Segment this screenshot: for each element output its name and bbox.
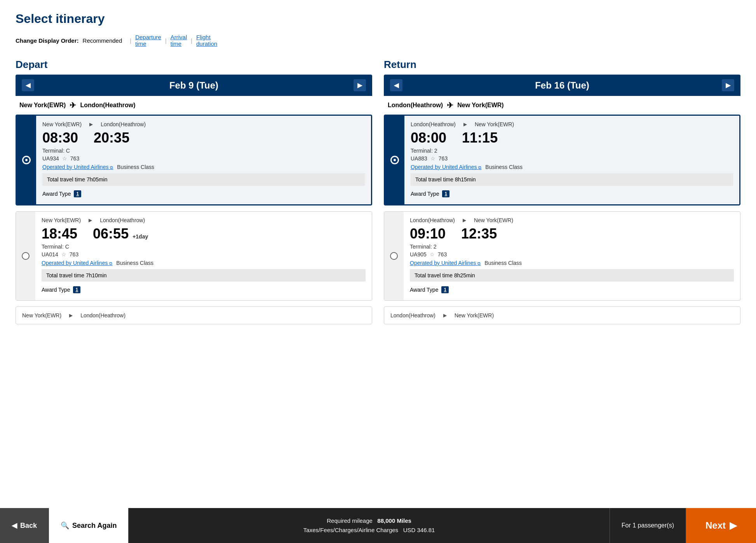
return-column: Return ◀ Feb 16 (Tue) ▶ London(Heathrow)… [384,59,740,326]
mileage-row: Required mileage 88,000 Miles [129,516,609,526]
depart-radio-col-1 [17,116,36,204]
return-section-title: Return [384,59,740,71]
depart-arrive-time-2: 06:55 +1day [93,226,148,242]
depart-operated-2: Operated by United Airlines ⧉ Business C… [42,260,366,266]
depart-award-2: Award Type 1 [42,285,366,295]
return-fn-1: UA883 [411,155,427,162]
return-class-2: Business Class [484,260,522,266]
return-prev-btn[interactable]: ◀ [390,79,402,91]
award-type-label-1: Award Type [42,191,71,197]
plus-day-2: +1day [132,233,148,240]
return-flight-card-2[interactable]: London(Heathrow) ▶ New York(EWR) 09:10 1… [384,211,740,301]
ext-link-2: ⧉ [109,261,112,266]
return-flight-details-2: London(Heathrow) ▶ New York(EWR) 09:10 1… [404,212,740,300]
depart-times-1: 08:30 20:35 [42,130,365,146]
footer-passenger: For 1 passenger(s) [610,508,686,543]
return-class-1: Business Class [485,164,523,170]
sort-arrival-time[interactable]: Arrivaltime [171,34,187,47]
display-order-row: Change Display Order: Recommended | Depa… [16,34,740,47]
return-arrow-1: ▶ [463,122,467,127]
return-award-badge-2[interactable]: 1 [441,286,449,293]
depart-arrive-time-1: 20:35 [94,130,129,146]
display-order-value: Recommended [83,37,122,44]
return-flight-card-3[interactable]: London(Heathrow) ▶ New York(EWR) [384,306,740,324]
search-icon: 🔍 [61,521,69,530]
depart-route-line-1: New York(EWR) ▶ London(Heathrow) [42,121,365,127]
page-title: Select itinerary [16,12,740,26]
next-chevron-icon: ▶ [730,520,737,531]
main-content: Select itinerary Change Display Order: R… [0,0,756,508]
return-plane-icon: ✈ [447,101,453,110]
taxes-label: Taxes/Fees/Charges/Airline Charges [303,527,398,533]
depart-route-header: New York(EWR) ✈ London(Heathrow) [16,96,372,115]
return-arrive-time-2: 12:35 [461,226,497,242]
award-badge-1[interactable]: 1 [74,190,81,197]
taxes-value: USD 346.81 [403,527,435,533]
return-to: New York(EWR) [457,102,503,109]
return-travel-time-1: Total travel time 8h15min [411,173,733,186]
depart-flightnum-2: UA014 ☆ 763 [42,251,366,258]
depart-prev-btn[interactable]: ◀ [22,79,34,91]
search-again-button[interactable]: 🔍 Search Again [49,508,129,543]
return-flight-card-1[interactable]: London(Heathrow) ▶ New York(EWR) 08:00 1… [384,115,740,205]
depart-section-title: Depart [16,59,372,71]
return-award-label-1: Award Type [411,191,439,197]
passenger-label: For 1 passenger(s) [622,522,674,529]
operated-link-2[interactable]: Operated by United Airlines ⧉ [42,260,112,266]
depart-from-city-1: New York(EWR) [42,121,82,127]
depart-partial-to-3: London(Heathrow) [80,312,125,318]
return-radio-col-2 [384,212,404,300]
next-button[interactable]: Next ▶ [686,508,756,543]
depart-award-1: Award Type 1 [42,189,365,199]
return-radio-2[interactable] [390,252,398,260]
return-partial-to-3: New York(EWR) [455,312,494,318]
return-fn-2: UA905 [410,251,427,258]
return-flightnum-1: UA883 ☆ 763 [411,155,733,162]
back-label: Back [20,522,37,530]
depart-date-nav: ◀ Feb 9 (Tue) ▶ [16,75,372,96]
return-to-city-2: New York(EWR) [474,217,513,223]
return-radio-1[interactable] [390,156,399,164]
depart-to-city-1: London(Heathrow) [101,121,146,127]
depart-flight-card-2[interactable]: New York(EWR) ▶ London(Heathrow) 18:45 0… [16,211,372,301]
depart-radio-1[interactable] [22,156,31,164]
award-type-label-2: Award Type [42,287,70,293]
return-award-label-2: Award Type [410,287,438,293]
return-from-city-2: London(Heathrow) [410,217,455,223]
return-ext-2: ⧉ [477,261,481,266]
sort-departure-time[interactable]: Departuretime [135,34,161,47]
award-badge-2[interactable]: 1 [73,286,80,293]
return-operated-2: Operated by United Airlines ⧉ Business C… [410,260,734,266]
depart-column: Depart ◀ Feb 9 (Tue) ▶ New York(EWR) ✈ L… [16,59,372,326]
depart-terminal-1: Terminal: C [42,148,365,154]
depart-flight-card-3[interactable]: New York(EWR) ▶ London(Heathrow) [16,306,372,324]
return-terminal-1: Terminal: 2 [411,148,733,154]
depart-to-city-2: London(Heathrow) [100,217,145,223]
operated-link-1[interactable]: Operated by United Airlines ⧉ [42,164,113,170]
depart-radio-2[interactable] [22,252,30,260]
return-date: Feb 16 (Tue) [402,80,722,91]
depart-route-line-2: New York(EWR) ▶ London(Heathrow) [42,217,366,223]
sort-flight-duration[interactable]: Flightduration [196,34,217,47]
plane-icon: ✈ [70,101,76,110]
class-label-1: Business Class [117,164,154,170]
return-award-badge-1[interactable]: 1 [442,190,449,197]
depart-date: Feb 9 (Tue) [34,80,354,91]
depart-times-2: 18:45 06:55 +1day [42,226,366,242]
return-times-1: 08:00 11:15 [411,130,733,146]
depart-to: London(Heathrow) [80,102,135,109]
return-aircraft-1: 763 [439,155,448,162]
return-next-btn[interactable]: ▶ [722,79,734,91]
depart-flight-details-1: New York(EWR) ▶ London(Heathrow) 08:30 2… [36,116,371,204]
depart-aircraft-2: 763 [70,251,78,258]
return-operated-link-2[interactable]: Operated by United Airlines ⧉ [410,260,481,266]
return-depart-time-2: 09:10 [410,226,446,242]
return-operated-link-1[interactable]: Operated by United Airlines ⧉ [411,164,481,170]
depart-next-btn[interactable]: ▶ [354,79,366,91]
depart-flight-card-1[interactable]: New York(EWR) ▶ London(Heathrow) 08:30 2… [16,115,372,205]
back-button[interactable]: ◀ Back [0,508,49,543]
return-award-1: Award Type 1 [411,189,733,199]
depart-from-city-2: New York(EWR) [42,217,81,223]
return-terminal-2: Terminal: 2 [410,244,734,250]
depart-terminal-2: Terminal: C [42,244,366,250]
